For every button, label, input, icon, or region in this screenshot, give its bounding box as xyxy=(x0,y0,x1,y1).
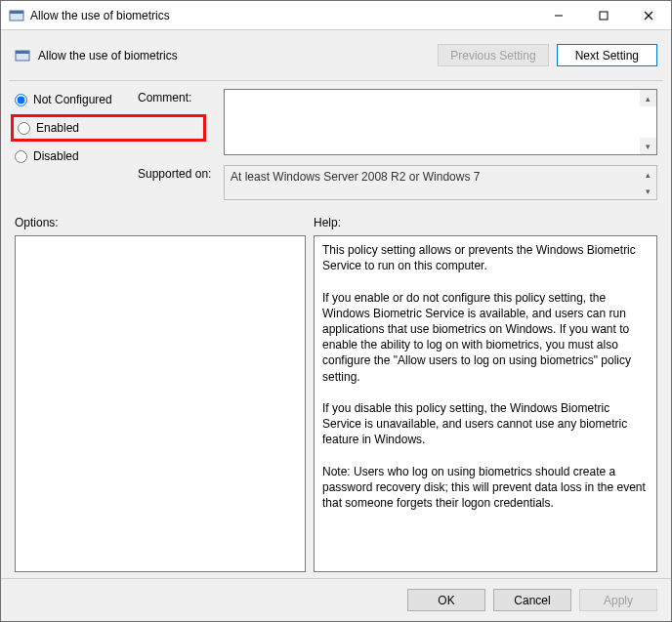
svg-rect-1 xyxy=(10,11,23,14)
radio-not-configured[interactable]: Not Configured xyxy=(15,93,132,106)
radio-enabled[interactable]: Enabled xyxy=(18,121,145,135)
minimize-button[interactable] xyxy=(536,1,581,30)
previous-setting-button: Previous Setting xyxy=(438,44,548,66)
help-pane: This policy setting allows or prevents t… xyxy=(314,235,657,572)
policy-title: Allow the use of biometrics xyxy=(38,49,438,62)
scroll-down-icon[interactable]: ▾ xyxy=(640,183,656,199)
options-label: Options: xyxy=(15,216,306,229)
help-text: This policy setting allows or prevents t… xyxy=(315,236,656,517)
svg-rect-3 xyxy=(600,12,608,20)
policy-dialog-window: Allow the use of biometrics Allow the us… xyxy=(0,0,672,622)
config-row: Not Configured Enabled Disabled Comment: xyxy=(1,85,671,200)
ok-button[interactable]: OK xyxy=(407,589,485,611)
svg-rect-7 xyxy=(16,51,29,54)
radio-not-configured-input[interactable] xyxy=(15,94,27,106)
comment-label: Comment: xyxy=(138,89,218,104)
scroll-up-icon[interactable]: ▴ xyxy=(640,166,656,183)
footer: OK Cancel Apply xyxy=(1,578,671,621)
titlebar[interactable]: Allow the use of biometrics xyxy=(1,1,671,30)
header-row: Allow the use of biometrics Previous Set… xyxy=(1,30,671,80)
supported-value: At least Windows Server 2008 R2 or Windo… xyxy=(225,166,656,187)
supported-label: Supported on: xyxy=(138,165,218,181)
cancel-button[interactable]: Cancel xyxy=(493,589,571,611)
policy-icon xyxy=(15,48,30,63)
radio-disabled[interactable]: Disabled xyxy=(15,149,132,163)
panes-row: This policy setting allows or prevents t… xyxy=(1,235,671,578)
radio-disabled-input[interactable] xyxy=(15,150,27,163)
scroll-up-icon[interactable]: ▴ xyxy=(640,90,656,106)
help-label: Help: xyxy=(314,216,341,229)
comment-value xyxy=(225,90,656,98)
radio-disabled-label: Disabled xyxy=(33,149,79,163)
scroll-down-icon[interactable]: ▾ xyxy=(640,138,656,154)
options-pane xyxy=(15,235,306,572)
supported-field: Supported on: At least Windows Server 20… xyxy=(138,165,657,200)
pane-labels: Options: Help: xyxy=(1,200,671,235)
divider xyxy=(9,80,663,81)
maximize-button[interactable] xyxy=(581,1,626,30)
fields-column: Comment: ▴ ▾ Supported on: At least Wind… xyxy=(138,89,657,200)
next-setting-button[interactable]: Next Setting xyxy=(557,44,657,66)
nav-buttons: Previous Setting Next Setting xyxy=(438,44,657,66)
content-area: Allow the use of biometrics Previous Set… xyxy=(1,30,671,621)
supported-textbox: At least Windows Server 2008 R2 or Windo… xyxy=(224,165,657,200)
state-radios: Not Configured Enabled Disabled xyxy=(15,89,132,200)
window-title: Allow the use of biometrics xyxy=(30,9,536,22)
radio-enabled-input[interactable] xyxy=(18,122,30,135)
comment-field: Comment: ▴ ▾ xyxy=(138,89,657,155)
close-button[interactable] xyxy=(626,1,671,30)
radio-not-configured-label: Not Configured xyxy=(33,93,112,106)
comment-textbox[interactable]: ▴ ▾ xyxy=(224,89,657,155)
app-icon xyxy=(9,8,24,23)
apply-button: Apply xyxy=(579,589,657,611)
radio-enabled-label: Enabled xyxy=(36,121,79,135)
